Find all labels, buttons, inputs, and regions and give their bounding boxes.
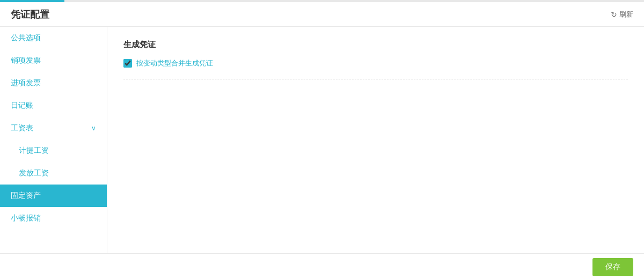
page-title: 凭证配置 (11, 8, 49, 21)
sidebar-item-label: 进项发票 (11, 78, 41, 88)
footer: 保存 (0, 253, 644, 280)
save-button[interactable]: 保存 (592, 258, 633, 276)
sidebar-item-label: 日记账 (11, 101, 33, 110)
merge-checkbox[interactable] (123, 59, 132, 68)
sidebar: 公共选项 销项发票 进项发票 日记账 工资表 ∨ 计提工资 发放工资 固定资产 … (0, 27, 107, 253)
sidebar-item-label: 销项发票 (11, 56, 41, 65)
sidebar-item-label: 固定资产 (11, 191, 41, 201)
content-area: 生成凭证 按变动类型合并生成凭证 (107, 27, 644, 253)
sidebar-item-purchase-invoice[interactable]: 进项发票 (0, 72, 107, 94)
refresh-button[interactable]: ↻ 刷新 (611, 10, 633, 19)
sidebar-item-label: 发放工资 (19, 168, 49, 178)
refresh-label: 刷新 (619, 10, 633, 19)
main-layout: 公共选项 销项发票 进项发票 日记账 工资表 ∨ 计提工资 发放工资 固定资产 … (0, 27, 644, 253)
sidebar-item-label: 计提工资 (19, 146, 49, 156)
top-bar (0, 0, 644, 2)
sidebar-item-expense[interactable]: 小畅报销 (0, 207, 107, 230)
chevron-down-icon: ∨ (91, 124, 96, 132)
section-divider (123, 79, 628, 79)
header: 凭证配置 ↻ 刷新 (0, 2, 644, 27)
refresh-icon: ↻ (611, 10, 617, 19)
sidebar-item-fixed-assets[interactable]: 固定资产 (0, 185, 107, 207)
sidebar-item-label: 工资表 (11, 123, 33, 133)
sidebar-item-payroll[interactable]: 工资表 ∨ (0, 117, 107, 139)
sidebar-item-payroll-payment[interactable]: 发放工资 (0, 162, 107, 185)
sidebar-item-label: 公共选项 (11, 33, 41, 43)
sidebar-item-journal[interactable]: 日记账 (0, 94, 107, 117)
checkbox-label[interactable]: 按变动类型合并生成凭证 (136, 58, 213, 68)
checkbox-row: 按变动类型合并生成凭证 (123, 58, 628, 68)
sidebar-item-sales-invoice[interactable]: 销项发票 (0, 49, 107, 72)
sidebar-item-public[interactable]: 公共选项 (0, 27, 107, 49)
sidebar-item-payroll-accrual[interactable]: 计提工资 (0, 139, 107, 162)
top-bar-active (0, 0, 64, 2)
section-title: 生成凭证 (123, 40, 628, 50)
sidebar-item-label: 小畅报销 (11, 213, 41, 223)
